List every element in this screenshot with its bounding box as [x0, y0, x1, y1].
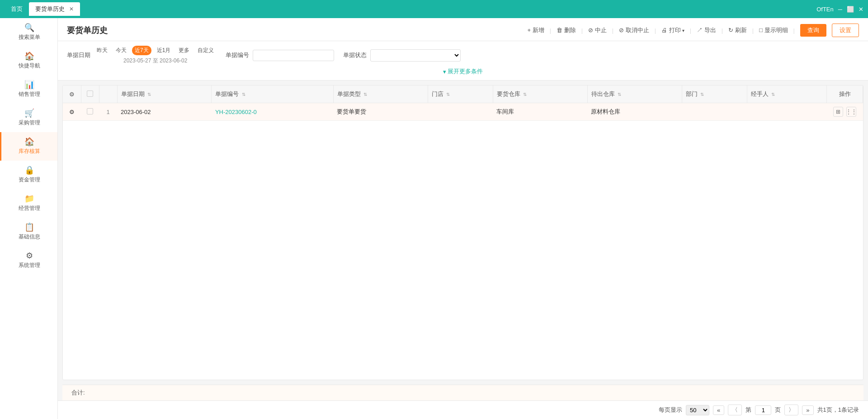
next-page-button[interactable]: 〉 [784, 405, 798, 415]
sidebar-item-search[interactable]: 🔍 搜索菜单 [0, 18, 57, 47]
sort-store-icon: ⇅ [446, 92, 450, 97]
col-handler[interactable]: 经手人 ⇅ [747, 86, 826, 103]
page-title: 要货单历史 [67, 25, 108, 36]
sidebar-item-finance[interactable]: 🔒 资金管理 [0, 161, 57, 189]
settings-button[interactable]: 设置 [832, 24, 859, 37]
query-button[interactable]: 查询 [800, 24, 826, 37]
cancel-stop-button[interactable]: ⊘ 取消中止 [619, 26, 649, 34]
col-num [99, 86, 117, 103]
inventory-icon: 🏠 [24, 138, 34, 146]
folder-icon: 📁 [24, 195, 34, 203]
date-filters: 昨天 今天 近7天 近1月 更多 自定义 2023-05-27 至 2023-0… [94, 46, 217, 65]
row-dept [682, 103, 747, 121]
chart-icon: 📊 [24, 81, 34, 89]
date-btn-1month[interactable]: 近1月 [154, 46, 174, 55]
order-no-filter-group: 单据编号 [226, 50, 334, 61]
filter-area: 单据日期 昨天 今天 近7天 近1月 更多 自定义 2023-05-27 至 2… [58, 41, 868, 81]
status-select[interactable] [370, 49, 461, 62]
sidebar-item-sales[interactable]: 📊 销售管理 [0, 75, 57, 104]
main-layout: 🔍 搜索菜单 🏠 快捷导航 📊 销售管理 🛒 采购管理 🏠 库存核算 🔒 资金管… [0, 18, 868, 419]
gear-icon: ⚙ [26, 252, 33, 260]
stop-button[interactable]: ⊘ 中止 [588, 26, 607, 34]
window-close-icon[interactable]: ✕ [859, 6, 863, 13]
sidebar-item-operation[interactable]: 📁 经营管理 [0, 189, 57, 218]
print-button[interactable]: 🖨 打印 ▾ [661, 26, 684, 34]
row-num: 1 [99, 103, 117, 121]
minimize-icon[interactable]: ─ [838, 6, 842, 13]
expand-more-button[interactable]: ▾ 展开更多条件 [67, 67, 859, 76]
col-store[interactable]: 门店 ⇅ [428, 86, 493, 103]
page-number-input[interactable] [755, 405, 771, 415]
date-options-row: 昨天 今天 近7天 近1月 更多 自定义 [94, 46, 217, 55]
row-more-icon[interactable]: ⋮⋮ [846, 107, 856, 117]
page-size-label: 每页显示 [659, 406, 682, 414]
sidebar-item-basic[interactable]: 📋 基础信息 [0, 218, 57, 246]
date-btn-today[interactable]: 今天 [113, 46, 129, 55]
export-button[interactable]: ↗ 导出 [697, 26, 716, 34]
sort-from-wh-icon: ⇅ [523, 92, 527, 97]
date-btn-yesterday[interactable]: 昨天 [94, 46, 110, 55]
last-page-button[interactable]: » [802, 405, 813, 415]
maximize-icon[interactable]: ⬜ [847, 6, 854, 13]
order-no-link[interactable]: YH-20230602-0 [215, 109, 257, 115]
cart-icon: 🛒 [24, 109, 34, 117]
total-info: 共1页，1条记录 [817, 406, 859, 414]
date-btn-7days[interactable]: 近7天 [132, 46, 151, 55]
col-order-no[interactable]: 单据编号 ⇅ [212, 86, 333, 103]
row-view-icon[interactable]: ⊞ [833, 107, 843, 117]
col-date[interactable]: 单据日期 ⇅ [117, 86, 212, 103]
close-tab-icon[interactable]: ✕ [69, 6, 74, 12]
date-filter-group: 单据日期 昨天 今天 近7天 近1月 更多 自定义 2023-05-27 至 2… [67, 46, 217, 65]
status-filter-label: 单据状态 [343, 51, 367, 59]
show-detail-button[interactable]: □ 显示明细 [759, 26, 788, 34]
order-no-label: 单据编号 [226, 51, 249, 59]
sidebar: 🔍 搜索菜单 🏠 快捷导航 📊 销售管理 🛒 采购管理 🏠 库存核算 🔒 资金管… [0, 18, 58, 419]
row-settings-icon[interactable]: ⚙ [63, 103, 81, 121]
col-from-wh[interactable]: 要货仓库 ⇅ [493, 86, 587, 103]
col-handler-label: 经手人 [751, 90, 769, 97]
row-from-wh: 车间库 [493, 103, 587, 121]
order-no-input[interactable] [253, 50, 334, 61]
sidebar-item-shortcut[interactable]: 🏠 快捷导航 [0, 47, 57, 75]
sort-type-icon: ⇅ [363, 92, 367, 97]
col-store-label: 门店 [432, 90, 443, 97]
filter-row: 单据日期 昨天 今天 近7天 近1月 更多 自定义 2023-05-27 至 2… [67, 46, 859, 65]
sidebar-item-inventory[interactable]: 🏠 库存核算 [0, 132, 57, 161]
tab-order-history[interactable]: 要货单历史 ✕ [29, 2, 80, 16]
date-range-display: 2023-05-27 至 2023-06-02 [123, 57, 187, 65]
sidebar-item-purchase[interactable]: 🛒 采购管理 [0, 104, 57, 132]
sidebar-label-purchase: 采购管理 [19, 119, 40, 127]
page-header: 要货单历史 + 新增 | 🗑 删除 | ⊘ 中止 | ⊘ 取消中止 | 🖨 打印… [58, 18, 868, 41]
row-to-wh: 原材料仓库 [587, 103, 682, 121]
sidebar-item-system[interactable]: ⚙ 系统管理 [0, 246, 57, 275]
row-order-no: YH-20230602-0 [212, 103, 333, 121]
row-checkbox[interactable] [87, 108, 93, 114]
col-to-wh[interactable]: 待出仓库 ⇅ [587, 86, 682, 103]
page-size-select[interactable]: 10 20 50 100 [686, 405, 709, 415]
expand-more-label: 展开更多条件 [448, 67, 483, 76]
header-checkbox[interactable] [87, 90, 93, 97]
prev-page-button[interactable]: 〈 [728, 405, 742, 415]
date-btn-more[interactable]: 更多 [176, 46, 192, 55]
date-btn-custom[interactable]: 自定义 [195, 46, 217, 55]
tab-label: 要货单历史 [35, 5, 65, 12]
col-date-label: 单据日期 [121, 90, 145, 97]
sidebar-label-sales: 销售管理 [19, 90, 40, 98]
sidebar-label-operation: 经营管理 [19, 205, 40, 212]
sidebar-label-basic: 基础信息 [19, 233, 40, 241]
col-actions: 操作 [827, 86, 863, 103]
row-type: 要货单要货 [333, 103, 428, 121]
print-dropdown-icon[interactable]: ▾ [682, 28, 684, 33]
tab-home[interactable]: 首页 [5, 2, 29, 16]
new-button[interactable]: + 新增 [527, 26, 544, 34]
sidebar-label-inventory: 库存核算 [19, 148, 40, 155]
col-settings[interactable]: ⚙ [63, 86, 81, 103]
col-type[interactable]: 单据类型 ⇅ [333, 86, 428, 103]
refresh-button[interactable]: ↻ 刷新 [728, 26, 747, 34]
row-store [428, 103, 493, 121]
delete-button[interactable]: 🗑 删除 [557, 26, 576, 34]
col-dept[interactable]: 部门 ⇅ [682, 86, 747, 103]
first-page-button[interactable]: « [713, 405, 724, 415]
col-checkbox [81, 86, 99, 103]
data-table: ⚙ 单据日期 ⇅ 单据编号 ⇅ [63, 86, 863, 121]
